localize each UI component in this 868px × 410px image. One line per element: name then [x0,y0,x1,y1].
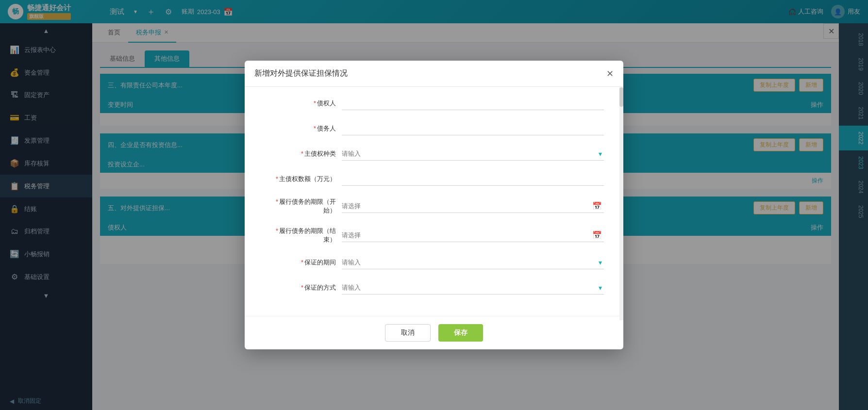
debtor-input[interactable] [342,122,604,135]
period-start-date-wrap: 📅 [342,199,604,213]
debt-amount-label: *主债权数额（万元） [264,175,342,183]
form-row-guarantee-method: *保证的方式 ▾ [264,281,604,295]
creditor-input[interactable] [342,97,604,110]
modal-footer: 取消 保存 [245,316,623,349]
modal-title: 新增对外提供保证担保情况 [254,68,348,79]
form-row-guarantee-period: *保证的期间 ▾ [264,256,604,269]
period-end-label: *履行债务的期限（结束） [264,227,342,244]
debtor-required-mark: * [314,125,316,132]
period-end-date-wrap: 📅 [342,229,604,242]
guarantee-period-select-wrap: ▾ [342,256,604,269]
modal-scrollbar[interactable] [619,87,623,320]
period-start-input[interactable] [342,199,590,213]
debt-type-input[interactable] [342,147,597,160]
debt-amount-input[interactable] [342,172,604,186]
guarantee-method-required-mark: * [301,284,303,291]
guarantee-period-label-text: 保证的期间 [304,259,336,266]
debt-type-dropdown-icon[interactable]: ▾ [597,150,604,158]
guarantee-method-input[interactable] [342,281,597,294]
save-button[interactable]: 保存 [438,324,483,342]
modal-close-button[interactable]: ✕ [606,69,614,78]
modal-scrollbar-thumb [619,87,623,107]
form-row-period-start: *履行债务的期限（开始） 📅 [264,197,604,215]
period-end-required-mark: * [276,227,278,234]
creditor-required-mark: * [314,99,316,107]
guarantee-method-select-wrap: ▾ [342,281,604,295]
modal-overlay: 新增对外提供保证担保情况 ✕ *债权人 *债务人 [0,0,868,410]
form-row-debt-type: *主债权种类 ▾ [264,147,604,161]
guarantee-method-label: *保证的方式 [264,283,342,292]
debtor-input-wrap [342,122,604,135]
creditor-input-wrap [342,97,604,110]
modal-header: 新增对外提供保证担保情况 ✕ [245,61,623,87]
debt-amount-required-mark: * [276,175,278,182]
guarantee-method-label-text: 保证的方式 [304,284,336,291]
period-end-input[interactable] [342,229,590,242]
modal-body: *债权人 *债务人 *主债权种类 [245,87,623,316]
guarantee-period-required-mark: * [301,259,303,266]
debt-type-label: *主债权种类 [264,149,342,158]
period-start-calendar-icon[interactable]: 📅 [590,201,604,211]
debt-type-label-text: 主债权种类 [304,150,336,157]
form-row-period-end: *履行债务的期限（结束） 📅 [264,227,604,244]
guarantee-period-dropdown-icon[interactable]: ▾ [597,259,604,266]
guarantee-method-dropdown-icon[interactable]: ▾ [597,284,604,292]
form-row-debt-amount: *主债权数额（万元） [264,172,604,186]
form-row-creditor: *债权人 [264,97,604,110]
period-start-label-text: 履行债务的期限（开始） [279,198,336,214]
period-end-label-text: 履行债务的期限（结束） [279,227,336,243]
debtor-label: *债务人 [264,124,342,133]
debt-type-select-wrap: ▾ [342,147,604,161]
debtor-label-text: 债务人 [317,125,336,132]
guarantee-period-label: *保证的期间 [264,258,342,267]
period-start-required-mark: * [276,198,278,205]
period-start-label: *履行债务的期限（开始） [264,197,342,215]
creditor-label-text: 债权人 [317,99,336,107]
period-end-calendar-icon[interactable]: 📅 [590,230,604,240]
creditor-label: *债权人 [264,99,342,108]
cancel-button[interactable]: 取消 [385,324,431,342]
debt-amount-label-text: 主债权数额（万元） [279,175,336,182]
debt-amount-input-wrap [342,172,604,186]
modal-dialog: 新增对外提供保证担保情况 ✕ *债权人 *债务人 [245,61,623,349]
debt-type-required-mark: * [301,150,303,157]
guarantee-period-input[interactable] [342,256,597,269]
form-row-debtor: *债务人 [264,122,604,135]
